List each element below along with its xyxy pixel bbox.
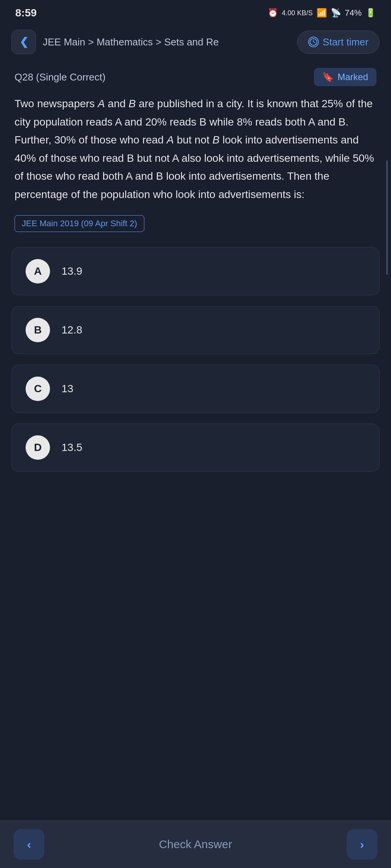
question-tag: JEE Main 2019 (09 Apr Shift 2) xyxy=(15,215,144,232)
nav-left: ❮ JEE Main > Mathematics > Sets and Re xyxy=(11,30,219,54)
option-d-label: D xyxy=(26,435,50,460)
nav-bar: ❮ JEE Main > Mathematics > Sets and Re S… xyxy=(0,24,391,60)
option-a-label: A xyxy=(26,259,50,283)
check-answer-label: Check Answer xyxy=(159,838,232,850)
marked-badge: 🔖 Marked xyxy=(314,68,376,86)
battery-icon: 🔋 xyxy=(365,8,376,18)
data-speed: 4.00 KB/S xyxy=(282,9,313,17)
option-c-label: C xyxy=(26,377,50,401)
scrollbar-indicator xyxy=(386,160,388,275)
back-button[interactable]: ❮ xyxy=(11,30,36,54)
option-a-card[interactable]: A 13.9 xyxy=(11,247,380,295)
option-b-card[interactable]: B 12.8 xyxy=(11,306,380,354)
prev-arrow-icon: ‹ xyxy=(27,837,31,852)
options-area: A 13.9 B 12.8 C 13 D 13.5 xyxy=(0,247,391,517)
breadcrumb: JEE Main > Mathematics > Sets and Re xyxy=(43,36,219,48)
clock-icon: ⏰ xyxy=(268,8,278,18)
back-arrow-icon: ❮ xyxy=(19,37,28,47)
bookmark-icon: 🔖 xyxy=(322,72,334,82)
start-timer-button[interactable]: Start timer xyxy=(297,31,380,54)
timer-icon xyxy=(308,37,319,47)
question-number: Q28 (Single Correct) xyxy=(15,71,105,83)
marked-label: Marked xyxy=(338,72,368,82)
timer-svg xyxy=(309,38,318,46)
option-d-value: 13.5 xyxy=(61,441,82,454)
status-icons: ⏰ 4.00 KB/S 📶 📡 74% 🔋 xyxy=(268,8,376,18)
bottom-nav: ‹ Check Answer › xyxy=(0,820,391,868)
question-text: Two newspapers A and B are published in … xyxy=(15,95,376,204)
option-d-card[interactable]: D 13.5 xyxy=(11,424,380,472)
question-area: Q28 (Single Correct) 🔖 Marked Two newspa… xyxy=(0,60,391,247)
battery-text: 74% xyxy=(345,8,362,18)
option-b-value: 12.8 xyxy=(61,324,82,336)
status-bar: 8:59 ⏰ 4.00 KB/S 📶 📡 74% 🔋 xyxy=(0,0,391,24)
next-question-button[interactable]: › xyxy=(347,829,377,860)
option-c-value: 13 xyxy=(61,383,73,395)
next-arrow-icon: › xyxy=(360,837,364,852)
question-meta: Q28 (Single Correct) 🔖 Marked xyxy=(15,68,376,86)
option-c-card[interactable]: C 13 xyxy=(11,365,380,413)
signal-icon: 📡 xyxy=(331,8,341,18)
option-b-label: B xyxy=(26,318,50,342)
svg-line-2 xyxy=(313,42,315,43)
option-a-value: 13.9 xyxy=(61,265,82,277)
check-answer-button[interactable]: Check Answer xyxy=(159,838,232,851)
status-time: 8:59 xyxy=(15,7,37,19)
start-timer-label: Start timer xyxy=(323,36,368,48)
prev-question-button[interactable]: ‹ xyxy=(14,829,44,860)
wifi-icon: 📶 xyxy=(317,8,327,18)
